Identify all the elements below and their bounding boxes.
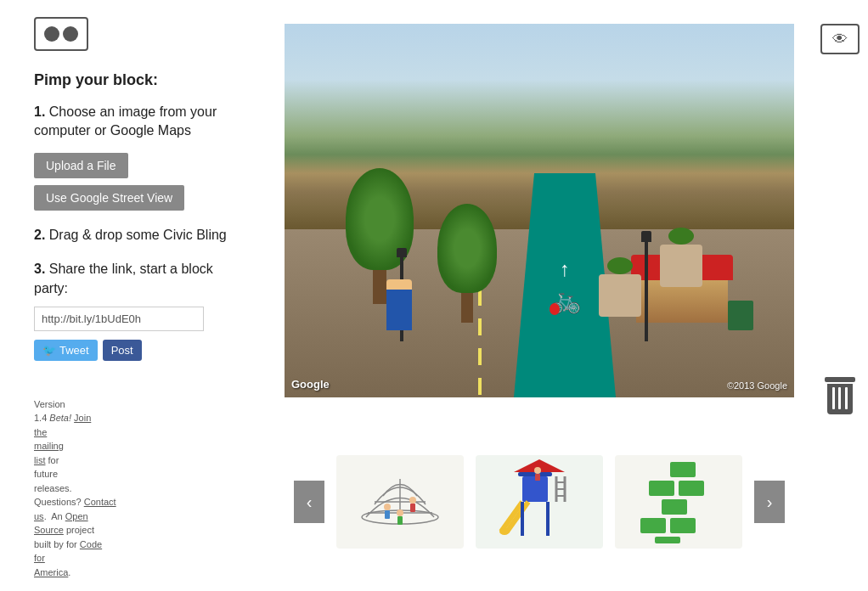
eye-view-icon[interactable]: 👁 <box>820 24 860 54</box>
beta-label: Beta! <box>49 413 71 423</box>
lamp-head-1 <box>641 231 651 242</box>
step1-description: Choose an image from your computer or Go… <box>34 104 217 138</box>
trash-line-1 <box>832 387 835 409</box>
tree-trunk-left <box>373 270 386 304</box>
svg-rect-7 <box>410 504 415 512</box>
trash-icon[interactable] <box>825 377 855 414</box>
right-icons: 👁 <box>820 24 860 414</box>
planter-plant-2 <box>668 228 694 245</box>
svg-point-8 <box>397 509 403 516</box>
svg-rect-11 <box>522 476 548 502</box>
tree-right <box>437 204 497 323</box>
an-text: An <box>51 511 62 521</box>
svg-point-22 <box>499 528 510 535</box>
by-text: by <box>54 539 64 549</box>
lamp-post-1 <box>641 231 651 341</box>
playground-svg <box>476 455 603 549</box>
step3-number: 3. <box>34 262 45 276</box>
step1-number: 1. <box>34 104 45 119</box>
trash-line-3 <box>845 387 848 409</box>
step2-description: Drag & drop some Civic Bling <box>49 228 227 242</box>
logo <box>34 17 251 51</box>
step2-text: 2. Drag & drop some Civic Bling <box>34 226 251 245</box>
step3-description: Share the link, start a block party: <box>34 262 213 295</box>
thumbnail-playground[interactable] <box>476 455 603 549</box>
step3-text: 3. Share the link, start a block party: <box>34 260 251 298</box>
eye-right <box>63 26 78 42</box>
post-button[interactable]: Post <box>103 340 142 361</box>
prev-thumbnail-button[interactable]: ‹ <box>294 481 324 523</box>
svg-rect-27 <box>679 481 704 496</box>
for-text: for <box>66 539 77 549</box>
main-image-area: ↑ 🚲 <box>285 24 794 397</box>
bike-arrow-icon: ↑ <box>560 257 570 281</box>
tweet-label: Tweet <box>59 344 89 357</box>
social-buttons: 🐦 Tweet Post <box>34 340 251 361</box>
next-thumbnail-button[interactable]: › <box>754 481 785 523</box>
chair-shape <box>728 301 753 330</box>
svg-point-4 <box>384 504 391 510</box>
trash-line-2 <box>838 387 841 409</box>
climbing-dome-svg <box>358 466 442 538</box>
thumbnail-hopscotch[interactable] <box>615 455 742 549</box>
tree-canopy-right <box>437 204 497 293</box>
step1-text: 1. Choose an image from your computer or… <box>34 103 251 141</box>
lamp-pole-1 <box>645 242 648 341</box>
svg-rect-31 <box>655 537 680 543</box>
copyright-watermark: ©2013 Google <box>727 380 787 391</box>
google-watermark: Google <box>291 378 330 391</box>
planter-body-2 <box>660 245 702 287</box>
svg-rect-29 <box>640 518 666 533</box>
lamp-head-2 <box>397 248 407 257</box>
trash-lid <box>825 377 855 382</box>
svg-rect-24 <box>535 474 540 481</box>
svg-point-6 <box>409 497 416 504</box>
hopscotch-svg <box>615 455 742 549</box>
svg-rect-26 <box>649 481 674 496</box>
eyes-logo <box>34 17 88 51</box>
tweet-button[interactable]: 🐦 Tweet <box>34 340 98 361</box>
section-title: Pimp your block: <box>34 71 251 89</box>
tree-trunk-right <box>461 293 473 323</box>
questions-text: Questions? <box>34 497 82 507</box>
planter-body-1 <box>599 274 641 317</box>
street-view-image: ↑ 🚲 <box>285 24 794 397</box>
upload-button[interactable]: Upload a File <box>34 153 128 178</box>
planter-2 <box>660 234 702 285</box>
thumbnails-area: ‹ <box>285 447 794 557</box>
eye-left <box>44 26 59 42</box>
eye-view-symbol: 👁 <box>832 31 848 48</box>
svg-rect-28 <box>662 499 687 515</box>
officer-figure <box>386 279 412 330</box>
thumbnails-list <box>324 455 754 549</box>
svg-rect-25 <box>670 462 696 477</box>
outdoor-chair <box>728 301 753 330</box>
svg-rect-5 <box>385 510 390 519</box>
thumbnail-climbing-dome[interactable] <box>336 455 464 549</box>
step2-number: 2. <box>34 228 45 242</box>
sidebar: Pimp your block: 1. Choose an image from… <box>0 0 285 591</box>
planter-1 <box>599 264 641 315</box>
twitter-bird-icon: 🐦 <box>42 344 56 357</box>
trash-body <box>827 384 853 414</box>
planter-plant-1 <box>607 257 633 274</box>
svg-rect-30 <box>670 518 696 533</box>
svg-point-23 <box>534 467 541 474</box>
svg-rect-9 <box>397 516 403 525</box>
share-url-input[interactable] <box>34 307 204 331</box>
period: . <box>68 567 70 577</box>
streetview-button[interactable]: Use Google Street View <box>34 185 184 211</box>
